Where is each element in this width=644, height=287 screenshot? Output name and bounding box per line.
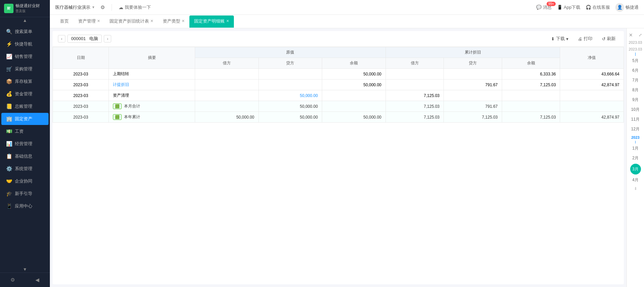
right-panel-month-9[interactable]: 9月	[627, 95, 644, 105]
sidebar-scroll-up[interactable]: ▲	[0, 17, 50, 24]
cell-orig-balance: 50,000.00	[322, 112, 386, 123]
asset-code-label: 000001 电脑	[67, 35, 102, 43]
tab-depreciation-stat[interactable]: 固定资产折旧统计表 ✕	[105, 15, 158, 28]
tab-asset-detail-close[interactable]: ✕	[226, 19, 229, 23]
sidebar-item-inventory[interactable]: 📦 库存核算	[1, 75, 49, 88]
cell-orig-debit	[195, 79, 258, 90]
user-profile-button[interactable]: 👤 畅捷通	[615, 3, 639, 12]
right-panel-month-12[interactable]: 12月	[627, 124, 644, 134]
table-row: 2023-03 资产清理 50,000.00 7,125.03	[53, 90, 624, 101]
sidebar-item-base[interactable]: 📋 基础信息	[1, 150, 49, 162]
right-panel-close-button[interactable]: ✕	[629, 32, 633, 38]
right-panel-month-7[interactable]: 7月	[627, 75, 644, 85]
sidebar-item-collab[interactable]: 🤝 企业协同	[1, 175, 49, 187]
cell-orig-credit: 50,000.00	[258, 101, 322, 112]
app-download-icon: 📱	[557, 5, 562, 10]
cell-net-value: 43,666.64	[560, 69, 624, 79]
sidebar-item-ledger[interactable]: 📒 总账管理	[1, 100, 49, 113]
topbar-right: 💬 消息 99+ 📱 App下载 🎧 在线客服 👤 畅捷通	[536, 3, 639, 12]
settings-button[interactable]: ⚙	[8, 276, 18, 284]
logo-text: 畅捷通好业财 普及版	[16, 3, 40, 13]
download-dropdown-icon: ▾	[566, 36, 569, 41]
cell-net-value	[560, 101, 624, 112]
right-panel-month-11[interactable]: 11月	[627, 115, 644, 124]
company-selector[interactable]: 医疗器械行业演示 ▼	[55, 4, 95, 10]
right-panel: ✕ ⤢ 2023.03 2023.03 5月 6月 7月 8月 9月 10月 1…	[626, 28, 644, 287]
app-download-button[interactable]: 📱 App下载	[557, 4, 580, 10]
sidebar-item-guide[interactable]: 🎓 新手引导	[1, 188, 49, 200]
cell-date: 2023-03	[53, 101, 109, 112]
topbar-settings-icon[interactable]: ⚙	[100, 4, 105, 10]
table-container: 日期 摘要 原值 累计折旧 净值 借方 贷方 余额 借方 贷方 余额	[53, 47, 624, 284]
sidebar-scroll-down[interactable]: ▼	[0, 266, 50, 273]
topbar-divider	[112, 4, 112, 11]
sidebar-item-app-center[interactable]: 📱 应用中心	[1, 200, 49, 212]
tab-home[interactable]: 首页	[55, 15, 73, 28]
right-panel-month-10[interactable]: 10月	[627, 105, 644, 115]
company-name: 医疗器械行业演示	[55, 4, 90, 10]
sidebar-item-sales[interactable]: 📈 销售管理	[1, 51, 49, 63]
customer-service-icon: 🎧	[586, 5, 591, 10]
print-button[interactable]: 🖨 打印	[575, 34, 595, 43]
messages-badge: 99+	[547, 2, 556, 6]
tab-asset-mgmt-close[interactable]: ✕	[97, 19, 100, 23]
refresh-icon: ↺	[602, 36, 606, 41]
table-row-subtotal: 2023-03 🟩 本月合计 50,000.00 7,125.03 791.67	[53, 101, 624, 112]
cell-dep-debit	[386, 69, 444, 79]
fixed-assets-icon: 🏢	[6, 116, 12, 122]
sidebar-item-purchase[interactable]: 🛒 采购管理	[1, 63, 49, 75]
cell-orig-balance: 50,000.00	[322, 79, 386, 90]
tab-asset-mgmt[interactable]: 资产管理 ✕	[73, 15, 105, 28]
tab-asset-detail[interactable]: 固定资产明细账 ✕	[189, 15, 234, 28]
cell-date: 2023-03	[53, 69, 109, 79]
cell-orig-balance	[322, 101, 386, 112]
cell-orig-credit	[258, 69, 322, 79]
cell-summary: 🟩 本月合计	[109, 101, 195, 112]
sidebar-item-business[interactable]: 📊 经营管理	[1, 138, 49, 150]
download-button[interactable]: ⬇ 下载 ▾	[548, 34, 571, 43]
right-panel-scroll-down[interactable]: ⬇	[627, 186, 644, 191]
sidebar-item-quicknav[interactable]: ⚡ 快捷导航	[1, 38, 49, 50]
cell-dep-credit: 791.67	[444, 101, 502, 112]
tab-asset-type[interactable]: 资产类型 ✕	[158, 15, 189, 28]
topbar: 医疗器械行业演示 ▼ ⚙ ☁ 我要体验一下 💬 消息 99+ 📱 App下载 🎧…	[50, 0, 644, 15]
tab-asset-type-close[interactable]: ✕	[182, 19, 185, 23]
tab-home-label: 首页	[60, 18, 69, 24]
sidebar-item-fixed-assets[interactable]: 🏢 固定资产	[1, 113, 49, 125]
right-panel-expand-button[interactable]: ⤢	[639, 33, 642, 37]
right-panel-month-2[interactable]: 2月	[627, 153, 644, 163]
col-orig-credit: 贷方	[258, 58, 322, 69]
right-panel-month-6[interactable]: 6月	[627, 66, 644, 75]
collapse-button[interactable]: ◀	[33, 276, 42, 284]
sidebar-bottom: ⚙ ◀	[0, 273, 50, 287]
experience-button[interactable]: ☁ 我要体验一下	[119, 4, 151, 10]
cell-dep-debit	[386, 79, 444, 90]
col-dep-balance: 余额	[502, 58, 560, 69]
asset-next-button[interactable]: ›	[104, 35, 111, 42]
sidebar-logo: 财 畅捷通好业财 普及版	[0, 0, 50, 17]
right-panel-month-5[interactable]: 5月	[627, 56, 644, 66]
toolbar-actions: ⬇ 下载 ▾ 🖨 打印 ↺ 刷新	[548, 34, 618, 43]
year-divider-top	[635, 53, 636, 56]
sidebar-item-system[interactable]: ⚙️ 系统管理	[1, 163, 49, 175]
sidebar-item-search[interactable]: 🔍 搜索菜单	[1, 26, 49, 38]
cell-summary: 资产清理	[109, 90, 195, 101]
subtotal-badge: 🟩	[113, 103, 122, 109]
right-panel-month-3[interactable]: 3月	[630, 164, 641, 174]
table-row: 2023-03 计提折旧 50,000.00 791.67 7,125.03 4…	[53, 79, 624, 90]
cell-net-value	[560, 90, 624, 101]
right-panel-month-4[interactable]: 4月	[627, 175, 644, 185]
tab-depreciation-stat-close[interactable]: ✕	[150, 19, 153, 23]
sidebar-item-funds[interactable]: 💰 资金管理	[1, 88, 49, 100]
right-panel-month-1[interactable]: 1月	[627, 144, 644, 153]
cell-orig-debit: 50,000.00	[195, 112, 258, 123]
app-center-icon: 📱	[6, 203, 12, 209]
refresh-button[interactable]: ↺ 刷新	[599, 34, 618, 43]
asset-prev-button[interactable]: ‹	[58, 35, 65, 42]
customer-service-button[interactable]: 🎧 在线客服	[586, 4, 610, 10]
experience-label: 我要体验一下	[125, 4, 151, 10]
right-panel-month-8[interactable]: 8月	[627, 85, 644, 95]
sidebar-item-salary[interactable]: 💵 工资	[1, 125, 49, 137]
table-row: 2023-03 上期结转 50,000.00 6,333.36 43,666.6…	[53, 69, 624, 79]
messages-button[interactable]: 💬 消息 99+	[536, 4, 552, 10]
